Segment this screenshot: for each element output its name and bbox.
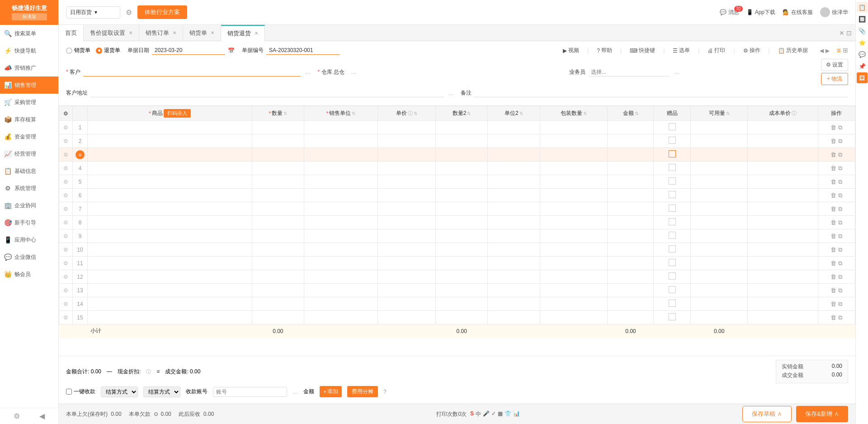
row-unit2-cell[interactable] (488, 229, 540, 243)
row-gear-icon[interactable]: ⚙ (63, 206, 68, 212)
row-price-cell[interactable] (378, 121, 436, 134)
radio-sales[interactable]: 销货单 (66, 47, 90, 54)
row-available-cell[interactable] (691, 216, 748, 229)
account-dots[interactable]: … (292, 389, 298, 395)
row-gift-cell[interactable] (654, 311, 691, 324)
gift-checkbox[interactable] (669, 123, 676, 130)
qty2-sort-icon[interactable]: ⇅ (467, 111, 471, 116)
unit-sort-icon[interactable]: ⇅ (352, 111, 355, 116)
row-gift-cell[interactable] (654, 121, 691, 134)
row-gift-cell[interactable] (654, 297, 691, 311)
row-qty-cell[interactable] (252, 243, 304, 257)
row-amount-cell[interactable] (608, 270, 654, 284)
row-unit-cell[interactable] (304, 202, 377, 216)
row-qty-cell[interactable] (252, 216, 304, 229)
row-cost-price-cell[interactable] (748, 284, 818, 297)
sidebar-item-purchase[interactable]: 🛒 采购管理 (0, 94, 58, 111)
nav-next-icon[interactable]: ▶ (826, 48, 830, 54)
row-qty2-cell[interactable] (436, 175, 488, 189)
cash-discount-info[interactable]: ⓘ (146, 368, 151, 375)
sidebar-collapse-btn[interactable]: ◀ (39, 412, 45, 420)
row-price-cell[interactable] (378, 297, 436, 311)
sidebar-settings-btn[interactable]: ⚙ (14, 412, 20, 420)
row-qty2-cell[interactable] (436, 121, 488, 134)
row-available-cell[interactable] (691, 270, 748, 284)
delete-icon[interactable]: 🗑 (830, 260, 836, 267)
sidebar-item-inventory[interactable]: 📦 库存核算 (0, 111, 58, 128)
row-gift-cell[interactable] (654, 216, 691, 229)
address-dots[interactable]: … (448, 90, 453, 96)
row-unit2-cell[interactable] (488, 284, 540, 297)
delete-icon[interactable]: 🗑 (830, 287, 836, 294)
delete-icon[interactable]: 🗑 (830, 233, 836, 240)
row-available-cell[interactable] (691, 202, 748, 216)
sidebar-item-enterprise[interactable]: 🏢 企业协同 (0, 197, 58, 214)
row-qty-cell[interactable] (252, 189, 304, 202)
row-gear-icon[interactable]: ⚙ (63, 314, 68, 321)
one-key-pay-checkbox[interactable]: 一键收款 (66, 388, 95, 395)
row-unit-cell[interactable] (304, 175, 377, 189)
row-unit2-cell[interactable] (488, 134, 540, 148)
row-qty-cell[interactable] (252, 229, 304, 243)
tab-sales-bill[interactable]: 销货单 ✕ (183, 25, 221, 41)
settlement-select[interactable]: 结算方式 (101, 386, 138, 397)
delete-icon[interactable]: 🗑 (830, 138, 836, 145)
row-product-cell[interactable] (88, 202, 252, 216)
row-amount-cell[interactable] (608, 243, 654, 257)
row-qty2-cell[interactable] (436, 229, 488, 243)
tab-sales-bill-close[interactable]: ✕ (211, 30, 214, 35)
row-product-cell[interactable] (88, 229, 252, 243)
row-cost-price-cell[interactable] (748, 297, 818, 311)
row-unit2-cell[interactable] (488, 257, 540, 270)
toolbar-ops[interactable]: ⚙ 操作 (741, 46, 763, 55)
row-pkg-qty-cell[interactable] (540, 284, 608, 297)
row-price-cell[interactable] (378, 229, 436, 243)
row-qty-cell[interactable] (252, 162, 304, 175)
save-draft-btn[interactable]: 保存草稿 ∧ (742, 406, 792, 422)
row-product-cell[interactable] (88, 175, 252, 189)
sidebar-item-finance[interactable]: 💰 资金管理 (0, 128, 58, 145)
tab-price-settings[interactable]: 售价提取设置 ✕ (84, 25, 139, 41)
delete-icon[interactable]: 🗑 (830, 219, 836, 226)
row-available-cell[interactable] (691, 189, 748, 202)
row-available-cell[interactable] (691, 148, 748, 162)
row-gear-icon[interactable]: ⚙ (63, 274, 68, 280)
user-menu[interactable]: 徐泽华 (820, 7, 848, 17)
gift-checkbox[interactable] (669, 313, 676, 320)
row-gift-cell[interactable] (654, 270, 691, 284)
row-qty2-cell[interactable] (436, 134, 488, 148)
amount-sort-icon[interactable]: ⇅ (635, 111, 638, 116)
row-pkg-qty-cell[interactable] (540, 229, 608, 243)
row-qty2-cell[interactable] (436, 243, 488, 257)
right-icon-6[interactable]: 📌 (857, 61, 868, 71)
row-product-cell[interactable] (88, 243, 252, 257)
one-key-pay-check[interactable] (66, 389, 72, 395)
row-gear-icon[interactable]: ⚙ (63, 247, 68, 253)
row-cost-price-cell[interactable] (748, 229, 818, 243)
right-icon-5[interactable]: 💬 (857, 49, 868, 60)
row-qty-cell[interactable] (252, 134, 304, 148)
settings-btn[interactable]: ⚙ 设置 (821, 59, 848, 71)
tab-sales-order[interactable]: 销售订单 ✕ (139, 25, 183, 41)
radio-return[interactable]: 退货单 (96, 47, 120, 54)
copy-icon[interactable]: ⧉ (838, 273, 842, 281)
row-available-cell[interactable] (691, 134, 748, 148)
s-icon6[interactable]: 👕 (505, 410, 511, 418)
row-unit2-cell[interactable] (488, 148, 540, 162)
row-qty2-cell[interactable] (436, 162, 488, 175)
row-pkg-qty-cell[interactable] (540, 121, 608, 134)
bill-no-input[interactable] (266, 46, 340, 55)
row-available-cell[interactable] (691, 311, 748, 324)
unit2-sort-icon[interactable]: ⇅ (519, 111, 523, 116)
calendar-icon[interactable]: 📅 (228, 48, 235, 54)
row-product-cell[interactable] (88, 297, 252, 311)
row-qty-cell[interactable] (252, 121, 304, 134)
row-unit-cell[interactable] (304, 121, 377, 134)
row-unit2-cell[interactable] (488, 189, 540, 202)
right-icon-2[interactable]: 🔲 (857, 14, 868, 24)
gift-checkbox[interactable] (669, 232, 676, 239)
row-pkg-qty-cell[interactable] (540, 270, 608, 284)
row-qty2-cell[interactable] (436, 284, 488, 297)
row-unit2-cell[interactable] (488, 162, 540, 175)
row-available-cell[interactable] (691, 243, 748, 257)
